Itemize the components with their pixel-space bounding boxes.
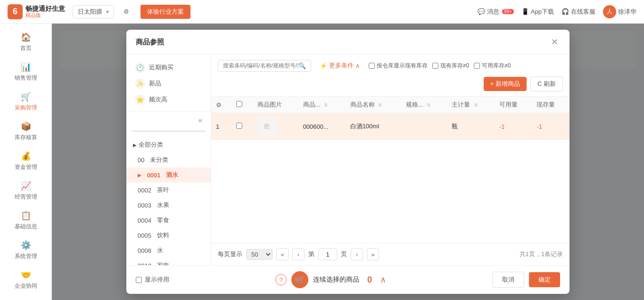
filter-icon: ⚡: [320, 62, 327, 69]
category-item-water[interactable]: 0008 水: [126, 243, 211, 258]
refresh-button[interactable]: C 刷新: [530, 76, 563, 92]
sidebar-item-sales[interactable]: 📊 销售管理: [0, 57, 51, 87]
selected-label: 连续选择的商品: [313, 275, 359, 284]
collapse-footer-button[interactable]: ∧: [380, 275, 386, 285]
th-checkbox[interactable]: [231, 97, 252, 113]
th-code[interactable]: 商品... ⇅: [298, 97, 346, 113]
page-number-input[interactable]: [318, 248, 337, 260]
product-search-input[interactable]: [223, 62, 298, 69]
checkbox-warehouse-input[interactable]: [369, 63, 375, 69]
pagination-bar: 每页显示 50 10 20 100 « ‹ 第 页: [211, 243, 570, 265]
collapse-panel-button[interactable]: «: [195, 115, 206, 126]
app-download-nav-item[interactable]: 📱 App下载: [521, 8, 554, 16]
cart-icon-button[interactable]: 🛒: [291, 271, 308, 288]
checkbox-filter-warehouse[interactable]: 按仓库显示现有库存: [369, 62, 428, 70]
category-fruits-code: 0003: [138, 202, 151, 209]
modal-close-button[interactable]: ✕: [549, 36, 560, 48]
sidebar-item-operations-label: 经营管理: [15, 193, 37, 201]
user-name: 徐泽华: [618, 8, 636, 16]
finance-icon: 💰: [21, 151, 31, 161]
basic-info-icon: 📋: [21, 210, 31, 221]
sales-icon: 📊: [21, 62, 31, 72]
quick-access-new[interactable]: ✨ 新品: [131, 75, 206, 92]
user-nav-item[interactable]: 人 徐泽华: [603, 5, 636, 18]
checkbox-filter-available[interactable]: 可用库存≠0: [474, 62, 511, 70]
sidebar-item-home-label: 首页: [20, 44, 32, 52]
category-snacks-name: 零食: [157, 216, 169, 225]
page-size-select[interactable]: 50 10 20 100: [246, 249, 272, 260]
th-spec[interactable]: 规格... ⇅: [401, 97, 447, 113]
category-item-snacks[interactable]: 0004 零食: [126, 213, 211, 228]
more-filter-button[interactable]: ⚡ 更多条件 ∧: [316, 59, 364, 72]
category-water-code: 0008: [138, 247, 151, 254]
category-item-fruits[interactable]: 0003 水果: [126, 198, 211, 213]
th-available: 可用量: [495, 97, 532, 113]
help-icon-button[interactable]: ?: [275, 274, 287, 285]
sidebar-item-guide[interactable]: 🎯 新手引导: [0, 295, 51, 300]
th-name[interactable]: 商品名称 ⇅: [346, 97, 401, 113]
category-item-uncategorized[interactable]: 00 未分类: [126, 152, 211, 167]
search-icon: 🔍: [298, 62, 306, 69]
category-search-input[interactable]: [132, 131, 206, 132]
online-service-nav-item[interactable]: 🎧 在线客服: [561, 8, 595, 16]
page-size-label: 每页显示: [218, 250, 242, 258]
show-disabled-checkbox[interactable]: 显示停用: [136, 275, 169, 284]
checkbox-stock-input[interactable]: [432, 63, 438, 69]
category-liquor-name: 酒水: [166, 171, 178, 179]
sort-icon: ⇅: [324, 102, 328, 108]
messages-nav-item[interactable]: 💬 消息 99+: [478, 8, 514, 16]
th-unit[interactable]: 主计量 ⇅: [447, 97, 495, 113]
next-page-button[interactable]: ›: [351, 248, 363, 260]
online-service-label: 在线客服: [571, 8, 595, 16]
sidebar-item-system[interactable]: ⚙️ 系统管理: [0, 235, 51, 265]
prev-page-button[interactable]: ‹: [292, 248, 305, 260]
modal-title: 商品参照: [136, 38, 164, 47]
sidebar-item-home[interactable]: 🏠 首页: [0, 27, 51, 57]
page-unit: 页: [341, 250, 347, 258]
selector-dropdown[interactable]: 日太阳膜 ▾: [73, 5, 114, 18]
quick-access-recent[interactable]: 🕐 近期购买: [131, 59, 206, 75]
last-page-button[interactable]: »: [367, 248, 379, 260]
cancel-button[interactable]: 取消: [492, 272, 524, 288]
logo-text: 畅捷通好生意 精品版: [25, 5, 65, 19]
show-disabled-label: 显示停用: [145, 275, 169, 284]
category-item-all[interactable]: ▶ 全部分类: [126, 137, 211, 152]
inventory-icon: 📦: [21, 121, 31, 132]
quick-access-frequent[interactable]: ⭐ 频次高: [131, 92, 206, 108]
category-tea-name: 茶叶: [157, 186, 169, 194]
sidebar-item-finance[interactable]: 💰 资金管理: [0, 146, 51, 176]
table-settings-icon: ⚙: [216, 101, 222, 108]
category-item-liquor[interactable]: ▶ 0001 酒水: [126, 167, 211, 183]
footer-center: ? 🛒 连续选择的商品 0 ∧: [175, 271, 487, 288]
experience-button[interactable]: 体验行业方案: [140, 5, 190, 19]
table-row[interactable]: 1 图 000600... 白酒100ml 瓶: [211, 113, 570, 140]
select-all-checkbox[interactable]: [236, 101, 242, 107]
checkbox-available-input[interactable]: [474, 63, 480, 69]
checkbox-filter-stock[interactable]: 现有库存≠0: [432, 62, 469, 70]
sidebar-item-operations[interactable]: 📈 经营管理: [0, 176, 51, 206]
sidebar-item-enterprise[interactable]: 🤝 企业协同: [0, 265, 51, 295]
category-item-drinks[interactable]: 0005 饮料: [126, 228, 211, 243]
category-item-tea[interactable]: 0002 茶叶: [126, 183, 211, 198]
th-settings[interactable]: ⚙: [211, 97, 231, 113]
th-unit-label: 主计量: [452, 101, 470, 108]
td-checkbox[interactable]: [231, 113, 252, 140]
checkbox-stock-label: 现有库存≠0: [440, 62, 469, 70]
product-reference-modal: 商品参照 ✕ 🕐 近期购买 ✨ 新: [126, 30, 570, 294]
messages-badge: 99+: [502, 9, 514, 14]
sidebar-item-purchase[interactable]: 🛒 采购管理: [0, 87, 51, 117]
active-caret-icon: ▶: [138, 173, 141, 178]
sidebar-item-basic-info[interactable]: 📋 基础信息: [0, 206, 51, 235]
sidebar-item-inventory[interactable]: 📦 库存核算: [0, 117, 51, 146]
confirm-button[interactable]: 确定: [529, 272, 560, 287]
add-product-button[interactable]: + 新增商品: [484, 77, 527, 91]
row-checkbox[interactable]: [236, 123, 242, 129]
category-item-appliances[interactable]: 0010 家电: [126, 258, 211, 265]
settings-icon-btn[interactable]: ⚙: [118, 3, 135, 20]
quick-access: 🕐 近期购买 ✨ 新品 ⭐ 频次高: [126, 59, 211, 112]
first-page-button[interactable]: «: [276, 248, 289, 260]
avatar: 人: [603, 5, 616, 18]
category-search-box: 🔍: [131, 131, 206, 132]
show-disabled-input[interactable]: [136, 277, 142, 283]
headset-icon: 🎧: [561, 8, 569, 15]
